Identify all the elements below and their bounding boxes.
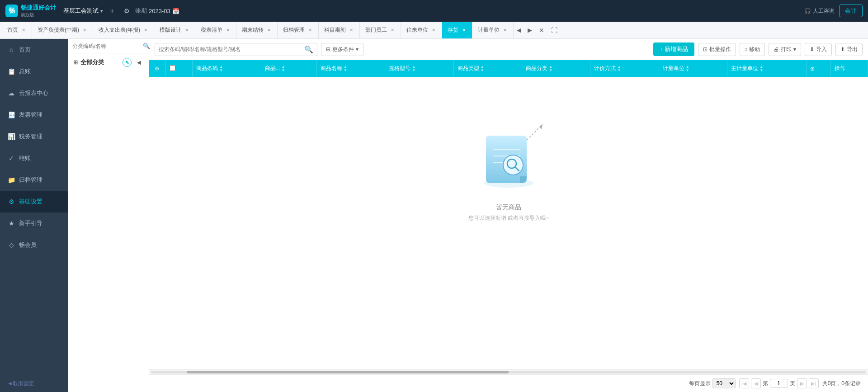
tab-nav-prev[interactable]: ◀: [514, 22, 524, 38]
tab-department[interactable]: 部门员工 ✕: [360, 22, 401, 38]
import-icon: ⬇: [810, 46, 814, 52]
th-unit[interactable]: 计量单位 ▲▼: [659, 60, 727, 77]
tab-contact[interactable]: 往来单位 ✕: [401, 22, 442, 38]
collapse-button[interactable]: ◀: [134, 58, 143, 67]
th-category[interactable]: 商品分类 ▲▼: [522, 60, 590, 77]
scroll-track[interactable]: [151, 371, 866, 373]
th-extra[interactable]: ⊕: [807, 60, 831, 77]
th-settings[interactable]: ⚙: [149, 60, 165, 77]
sidebar-item-closing[interactable]: ✓ 结账: [0, 147, 68, 169]
tab-unit[interactable]: 计量单位 ✕: [472, 22, 514, 38]
ledger-icon: 📋: [7, 68, 15, 75]
tab-inventory-close[interactable]: ✕: [461, 27, 467, 33]
tab-inventory[interactable]: 存货 ✕: [442, 22, 472, 38]
settings-icon: ⚙: [7, 198, 15, 205]
toolbar-search-icon[interactable]: 🔍: [304, 45, 313, 54]
tab-archive[interactable]: 归档管理 ✕: [278, 22, 319, 38]
tab-close-all[interactable]: ✕: [535, 22, 548, 38]
page-last-button[interactable]: ▶|: [809, 378, 819, 388]
tab-template[interactable]: 模版设计 ✕: [154, 22, 195, 38]
sidebar-item-reports[interactable]: ☁ 云报表中心: [0, 82, 68, 104]
tab-tax-table-close[interactable]: ✕: [225, 27, 231, 33]
workspace-dropdown-icon[interactable]: ▾: [100, 8, 103, 14]
tab-period-close-close[interactable]: ✕: [266, 27, 272, 33]
import-button[interactable]: ⬇ 导入: [805, 43, 832, 56]
move-button[interactable]: ↕ 移动: [740, 43, 765, 56]
scroll-thumb[interactable]: [187, 371, 509, 373]
tab-archive-label: 归档管理: [283, 26, 305, 34]
header-add-button[interactable]: ＋: [106, 5, 118, 17]
left-panel-search-bar: 🔍: [68, 39, 149, 53]
sidebar-item-archive[interactable]: 📁 归档管理: [0, 169, 68, 191]
tab-home-close[interactable]: ✕: [21, 27, 26, 33]
tab-tax-table[interactable]: 税表清单 ✕: [195, 22, 236, 38]
header-settings-icon[interactable]: ⚙: [121, 6, 132, 15]
tab-subject-initial-label: 科目期初: [324, 26, 346, 34]
th-barcode[interactable]: 商品条码 ▲▼: [193, 60, 261, 77]
tab-contact-close[interactable]: ✕: [431, 27, 436, 33]
tab-home[interactable]: 首页 ✕: [2, 22, 32, 38]
sidebar-item-tax-label: 税务管理: [19, 132, 42, 141]
sidebar-item-invoice-label: 发票管理: [19, 111, 42, 119]
sidebar-item-tax[interactable]: 📊 税务管理: [0, 126, 68, 147]
th-checkbox[interactable]: [165, 60, 193, 77]
sidebar-item-guide[interactable]: ★ 新手引导: [0, 213, 68, 234]
tab-template-close[interactable]: ✕: [184, 27, 189, 33]
th-code[interactable]: 商品... ▲▼: [261, 60, 316, 77]
th-main-unit[interactable]: 主计量单位 ▲▼: [727, 60, 807, 77]
sort-main-unit-icon: ▲▼: [760, 65, 763, 72]
sort-barcode-icon: ▲▼: [219, 65, 223, 72]
th-spec[interactable]: 规格型号 ▲▼: [385, 60, 453, 77]
per-page-select[interactable]: 50 100 200: [712, 378, 736, 388]
sidebar-item-invoice[interactable]: 🧾 发票管理: [0, 104, 68, 126]
tab-balance-sheet[interactable]: 资产负债表(中期) ✕: [32, 22, 93, 38]
closing-icon: ✓: [7, 155, 15, 162]
horizontal-scrollbar[interactable]: [149, 369, 868, 374]
export-button[interactable]: ⬆ 导出: [835, 43, 863, 56]
sidebar-item-ledger[interactable]: 📋 总账: [0, 61, 68, 82]
tab-subject-initial[interactable]: 科目期初 ✕: [319, 22, 360, 38]
tab-income[interactable]: 收入支出表(年报) ✕: [93, 22, 154, 38]
sidebar-item-member[interactable]: ◇ 畅会员: [0, 234, 68, 256]
tab-nav-next[interactable]: ▶: [524, 22, 535, 38]
tab-period-close[interactable]: 期末结转 ✕: [236, 22, 278, 38]
page-number-input[interactable]: [770, 379, 788, 388]
category-edit-button[interactable]: ✎: [123, 58, 132, 67]
th-price-method[interactable]: 计价方式 ▲▼: [590, 60, 659, 77]
sidebar-unpin[interactable]: ◄取消固定: [0, 375, 68, 392]
app-logo-icon: 畅: [5, 5, 18, 17]
calendar-icon[interactable]: 📅: [172, 8, 179, 14]
sidebar-item-settings[interactable]: ⚙ 基础设置: [0, 191, 68, 213]
page-next-button[interactable]: ▶: [797, 378, 807, 388]
print-dropdown-icon: ▾: [793, 46, 796, 52]
tab-balance-sheet-close[interactable]: ✕: [82, 27, 87, 33]
guide-icon: ★: [7, 220, 15, 227]
page-first-button[interactable]: |◀: [739, 378, 749, 388]
tab-tax-table-label: 税表清单: [201, 26, 222, 34]
service-button[interactable]: 🎧 人工咨询: [804, 7, 835, 15]
sidebar-item-home[interactable]: ⌂ 首页: [0, 39, 68, 61]
batch-operation-button[interactable]: ⊡ 批量操作: [698, 43, 736, 56]
print-button[interactable]: 🖨 打印 ▾: [769, 43, 801, 56]
tab-bar: 首页 ✕ 资产负债表(中期) ✕ 收入支出表(年报) ✕ 模版设计 ✕ 税表清单…: [0, 22, 868, 39]
grid-icon: ⊞: [73, 59, 78, 66]
th-type[interactable]: 商品类型 ▲▼: [453, 60, 522, 77]
app-name-main: 畅捷通好会计: [21, 4, 56, 12]
tab-archive-close[interactable]: ✕: [307, 27, 313, 33]
toolbar-filter-button[interactable]: ⊟ 更多条件 ▾: [321, 43, 363, 56]
add-product-button[interactable]: + 新增商品: [653, 43, 694, 56]
header-workspace: 基层工会测试 ▾ ＋ ⚙ 账期 2023-03 📅: [63, 5, 801, 17]
tax-icon: 📊: [7, 133, 15, 140]
page-prev-button[interactable]: ◀: [751, 378, 761, 388]
select-all-checkbox[interactable]: [170, 65, 175, 71]
user-button[interactable]: 会计: [839, 5, 863, 17]
tab-unit-close[interactable]: ✕: [502, 27, 508, 33]
toolbar-search-input[interactable]: [159, 46, 302, 52]
tab-subject-initial-close[interactable]: ✕: [349, 27, 354, 33]
export-icon: ⬆: [840, 46, 845, 52]
tab-department-close[interactable]: ✕: [390, 27, 395, 33]
tab-expand[interactable]: ⛶: [548, 22, 561, 38]
tab-income-close[interactable]: ✕: [143, 27, 148, 33]
th-name[interactable]: 商品名称 ▲▼: [317, 60, 385, 77]
category-search-input[interactable]: [72, 43, 140, 49]
